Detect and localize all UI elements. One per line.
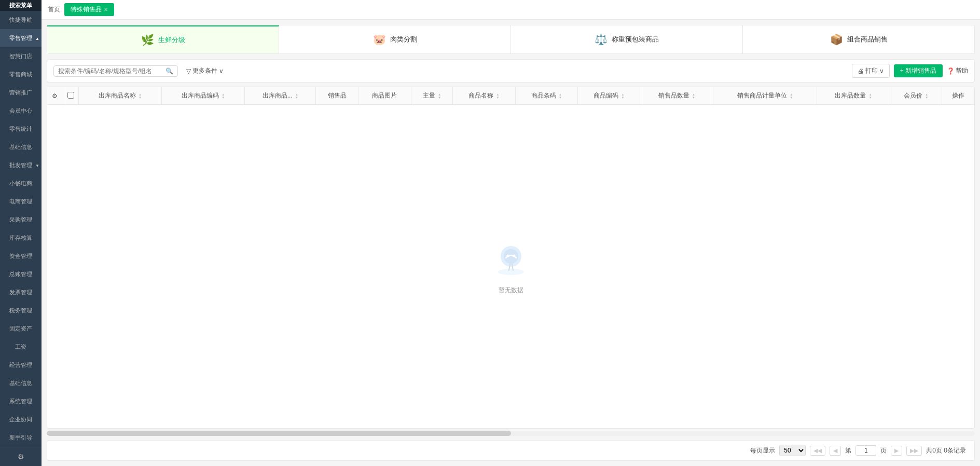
main-content: 首页 特殊销售品 ✕ 🌿 生鲜分级 🐷 肉类分割 ⚖️ 称重预包装商品 📦 组合… xyxy=(42,0,980,466)
sort-icon: ▲▼ xyxy=(139,93,142,99)
sort-icon-3: ▲▼ xyxy=(295,93,298,99)
sort-icon-4: ▲▼ xyxy=(438,93,441,99)
tab-meat-cutting[interactable]: 🐷 肉类分割 xyxy=(279,25,511,53)
svg-point-3 xyxy=(506,255,509,257)
col-sales-item: 销售品 xyxy=(316,87,358,105)
sidebar-logo[interactable]: 搜索菜单 xyxy=(0,0,42,11)
filter-button[interactable]: ▽ 更多条件 ∨ xyxy=(182,65,228,77)
col-operation: 操作 xyxy=(942,87,974,105)
select-all-checkbox[interactable] xyxy=(67,92,74,99)
col-settings[interactable]: ⚙ xyxy=(47,87,63,105)
sidebar-item-payroll[interactable]: 工资 xyxy=(0,338,42,356)
sidebar-item-basic-info-1[interactable]: 基础信息 xyxy=(0,138,42,156)
data-table: ⚙ 出库商品名称 ▲▼ 出库商品编码 ▲▼ 出库商品... ▲▼ xyxy=(47,87,974,105)
sidebar-item-system[interactable]: 系统管理 xyxy=(0,392,42,410)
sidebar-item-ledger[interactable]: 总账管理 xyxy=(0,265,42,283)
sidebar-item-smart-store[interactable]: 智慧门店 xyxy=(0,47,42,65)
sort-icon-6: ▲▼ xyxy=(559,93,562,99)
search-icon[interactable]: 🔍 xyxy=(165,67,173,75)
function-tabs: 🌿 生鲜分级 🐷 肉类分割 ⚖️ 称重预包装商品 📦 组合商品销售 xyxy=(47,25,975,54)
fresh-icon: 🌿 xyxy=(141,34,154,46)
col-main-quantity[interactable]: 主量 ▲▼ xyxy=(411,87,452,105)
tab-fresh-grading[interactable]: 🌿 生鲜分级 xyxy=(47,25,279,53)
chevron-icon: ▲ xyxy=(35,36,39,40)
page-label-after: 页 xyxy=(880,446,887,455)
col-sales-unit[interactable]: 销售商品计量单位 ▲▼ xyxy=(713,87,817,105)
horizontal-scrollbar[interactable] xyxy=(47,431,975,436)
print-icon: 🖨 xyxy=(858,67,864,75)
col-sales-qty[interactable]: 销售品数量 ▲▼ xyxy=(640,87,713,105)
svg-point-2 xyxy=(504,249,518,264)
first-page-button[interactable]: ◀◀ xyxy=(810,446,825,456)
print-arrow-icon: ∨ xyxy=(879,67,884,75)
total-label: 共0页 0条记录 xyxy=(926,446,966,455)
toolbar-right: 🖨 打印 ∨ + 新增销售品 ❓ 帮助 xyxy=(852,64,968,78)
empty-text: 暂无数据 xyxy=(499,286,523,295)
prev-page-button[interactable]: ◀ xyxy=(830,446,841,456)
per-page-label: 每页显示 xyxy=(750,446,775,455)
table-container: ⚙ 出库商品名称 ▲▼ 出库商品编码 ▲▼ 出库商品... ▲▼ xyxy=(47,87,975,429)
sidebar-item-invoice[interactable]: 发票管理 xyxy=(0,283,42,301)
col-outlet-code[interactable]: 出库商品编码 ▲▼ xyxy=(161,87,244,105)
svg-point-0 xyxy=(498,269,524,275)
chevron-icon-2: ▼ xyxy=(35,163,39,168)
sort-icon-11: ▲▼ xyxy=(925,93,928,99)
help-icon: ❓ xyxy=(947,67,955,75)
search-input[interactable] xyxy=(58,67,165,75)
sidebar-item-ecommerce[interactable]: 小畅电商 xyxy=(0,174,42,193)
scale-icon: ⚖️ xyxy=(595,33,608,46)
breadcrumb-home[interactable]: 首页 xyxy=(48,5,60,14)
last-page-button[interactable]: ▶▶ xyxy=(906,446,922,456)
sidebar-bottom: ⚙ xyxy=(0,447,42,466)
sort-icon-8: ▲▼ xyxy=(692,93,695,99)
col-outlet-extra[interactable]: 出库商品... ▲▼ xyxy=(245,87,316,105)
empty-illustration xyxy=(490,238,532,280)
sidebar-item-tax[interactable]: 税务管理 xyxy=(0,301,42,320)
sidebar-item-biz-mgmt[interactable]: 经营管理 xyxy=(0,356,42,374)
sidebar: 搜索菜单 快捷导航 零售管理 ▲ 智慧门店 零售商城 营销推广 会员中心 零售统… xyxy=(0,0,42,466)
sidebar-item-fixed-assets[interactable]: 固定资产 xyxy=(0,320,42,338)
sidebar-item-retail-mgmt[interactable]: 零售管理 ▲ xyxy=(0,29,42,47)
sort-icon-5: ▲▼ xyxy=(496,93,500,99)
top-bar: 首页 特殊销售品 ✕ xyxy=(42,0,980,20)
sidebar-item-basic-info-2[interactable]: 基础信息 xyxy=(0,374,42,392)
sidebar-item-marketing[interactable]: 营销推广 xyxy=(0,84,42,102)
print-button[interactable]: 🖨 打印 ∨ xyxy=(852,64,890,78)
sort-icon-10: ▲▼ xyxy=(869,93,872,99)
col-member-price[interactable]: 会员价 ▲▼ xyxy=(890,87,942,105)
next-page-button[interactable]: ▶ xyxy=(891,446,902,456)
sidebar-item-purchase-mgmt[interactable]: 采购管理 xyxy=(0,211,42,229)
sidebar-item-newbie[interactable]: 新手引导 xyxy=(0,429,42,447)
col-outlet-qty[interactable]: 出库品数量 ▲▼ xyxy=(817,87,890,105)
sidebar-item-retail-stats[interactable]: 零售统计 xyxy=(0,120,42,138)
svg-point-4 xyxy=(513,255,515,257)
sort-icon-9: ▲▼ xyxy=(790,93,793,99)
sidebar-item-quick-nav[interactable]: 快捷导航 xyxy=(0,11,42,29)
add-button[interactable]: + 新增销售品 xyxy=(894,64,943,77)
meat-icon: 🐷 xyxy=(373,33,386,46)
sidebar-item-wholesale-mgmt[interactable]: 批发管理 ▼ xyxy=(0,156,42,174)
settings-icon[interactable]: ⚙ xyxy=(0,447,42,466)
tab-close-icon[interactable]: ✕ xyxy=(104,7,108,12)
help-button[interactable]: ❓ 帮助 xyxy=(947,66,968,75)
sidebar-item-ecommerce-mgmt[interactable]: 电商管理 xyxy=(0,193,42,211)
sidebar-item-finance[interactable]: 资金管理 xyxy=(0,247,42,265)
sidebar-item-retail-mall[interactable]: 零售商城 xyxy=(0,65,42,84)
col-product-code[interactable]: 商品编码 ▲▼ xyxy=(578,87,640,105)
page-input[interactable] xyxy=(855,445,876,456)
search-input-wrap[interactable]: 🔍 xyxy=(53,65,178,77)
chevron-down-icon: ∨ xyxy=(219,67,224,75)
sidebar-item-inventory[interactable]: 库存核算 xyxy=(0,229,42,247)
active-tab[interactable]: 特殊销售品 ✕ xyxy=(64,3,114,16)
sidebar-item-enterprise[interactable]: 企业协同 xyxy=(0,410,42,429)
combo-icon: 📦 xyxy=(830,33,843,46)
tab-combo-sales[interactable]: 📦 组合商品销售 xyxy=(743,25,974,53)
col-product-barcode[interactable]: 商品条码 ▲▼ xyxy=(515,87,577,105)
sidebar-item-member[interactable]: 会员中心 xyxy=(0,102,42,120)
col-checkbox[interactable] xyxy=(63,87,78,105)
tab-weight-prepack[interactable]: ⚖️ 称重预包装商品 xyxy=(511,25,743,53)
col-product-name[interactable]: 商品名称 ▲▼ xyxy=(453,87,515,105)
per-page-select[interactable]: 10 20 50 100 xyxy=(779,445,806,456)
col-outlet-name[interactable]: 出库商品名称 ▲▼ xyxy=(78,87,161,105)
sort-icon-7: ▲▼ xyxy=(621,93,624,99)
